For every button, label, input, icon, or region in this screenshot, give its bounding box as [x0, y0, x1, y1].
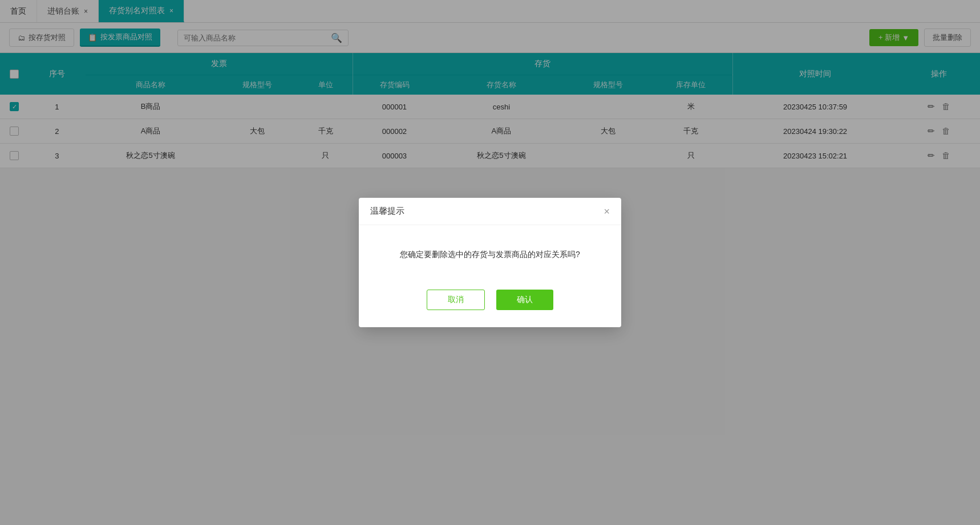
confirm-dialog: 温馨提示 × 您确定要删除选中的存货与发票商品的对应关系吗? 取消 确认 [359, 198, 621, 327]
dialog-title: 温馨提示 [370, 206, 404, 217]
dialog-body: 您确定要删除选中的存货与发票商品的对应关系吗? [359, 225, 621, 278]
dialog-close-button[interactable]: × [604, 206, 610, 217]
dialog-header: 温馨提示 × [359, 198, 621, 225]
dialog-cancel-button[interactable]: 取消 [427, 290, 485, 310]
dialog-footer: 取消 确认 [359, 278, 621, 327]
dialog-message: 您确定要删除选中的存货与发票商品的对应关系吗? [400, 250, 580, 259]
dialog-confirm-button[interactable]: 确认 [496, 290, 553, 310]
confirm-dialog-overlay: 温馨提示 × 您确定要删除选中的存货与发票商品的对应关系吗? 取消 确认 [0, 0, 980, 525]
